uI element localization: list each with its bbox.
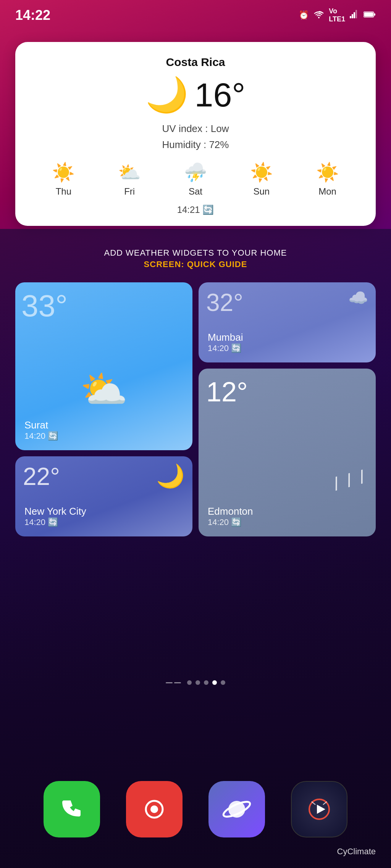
weather-icon: 🌙 (145, 75, 188, 115)
forecast-thu-day: Thu (56, 186, 71, 197)
humidity: Humidity : 72% (31, 137, 360, 153)
mumbai-cloud-icon: ☁️ (348, 288, 368, 307)
forecast-sun-icon: ☀️ (250, 162, 273, 183)
svg-marker-12 (317, 805, 325, 814)
weather-location: Costa Rica (31, 56, 360, 69)
forecast-fri-day: Fri (124, 186, 135, 197)
newyork-bg-temp: 22° (23, 462, 60, 491)
mumbai-time: 14:20 🔄 (208, 343, 243, 353)
mumbai-city: Mumbai (208, 332, 243, 343)
status-bar: 14:22 ⏰ VoLTE1 (0, 0, 391, 31)
forecast-sun-day: Sun (253, 186, 270, 197)
quick-guide-banner: ADD WEATHER WIDGETS TO YOUR HOME SCREEN:… (0, 244, 391, 273)
widget-newyork[interactable]: 22° 🌙 New York City 14:20 🔄 (15, 456, 192, 536)
forecast-sat: ⛈️ Sat (184, 162, 207, 197)
forecast-thu: ☀️ Thu (52, 162, 75, 197)
surat-time: 14:20 🔄 (24, 431, 58, 441)
newyork-moon-icon: 🌙 (156, 462, 185, 490)
status-icons: ⏰ VoLTE1 (299, 7, 376, 23)
widget-edmonton[interactable]: 12° / / / Edmonton 14:20 🔄 (199, 369, 376, 536)
weather-timestamp: 14:21 🔄 (31, 205, 360, 215)
wifi-icon (313, 10, 324, 21)
dock-video-app[interactable] (291, 781, 347, 837)
forecast-sat-day: Sat (189, 186, 202, 197)
svg-rect-3 (355, 10, 357, 18)
alarm-icon: ⏰ (299, 10, 309, 20)
svg-rect-2 (354, 12, 355, 18)
svg-point-8 (150, 805, 158, 813)
indicator-lines (166, 682, 181, 683)
weather-main: 🌙 16° (31, 75, 360, 115)
forecast-mon-day: Mon (318, 186, 336, 197)
edmonton-time: 14:20 🔄 (208, 517, 253, 527)
forecast-sun: ☀️ Sun (250, 162, 273, 197)
svg-rect-6 (364, 13, 373, 17)
status-time: 14:22 (15, 7, 50, 23)
forecast-mon: ☀️ Mon (316, 162, 339, 197)
widget-mumbai[interactable]: 32° ☁️ Mumbai 14:20 🔄 (199, 282, 376, 362)
weather-details: UV index : Low Humidity : 72% (31, 121, 360, 153)
forecast-thu-icon: ☀️ (52, 162, 75, 183)
banner-line1: ADD WEATHER WIDGETS TO YOUR HOME (0, 248, 391, 258)
svg-rect-0 (350, 16, 351, 18)
indicator-2[interactable] (196, 680, 200, 685)
main-weather-widget: Costa Rica 🌙 16° UV index : Low Humidity… (15, 42, 376, 226)
indicator-1[interactable] (187, 680, 192, 685)
svg-rect-1 (352, 14, 353, 18)
indicator-5[interactable] (221, 680, 225, 685)
edmonton-city: Edmonton (208, 506, 253, 517)
volte-icon: VoLTE1 (329, 7, 345, 23)
forecast-fri: ⛅ Fri (118, 162, 141, 197)
widget-surat[interactable]: 33° ⛅ Surat 14:20 🔄 (15, 282, 192, 450)
surat-icon: ⛅ (80, 367, 128, 412)
forecast-mon-icon: ☀️ (316, 162, 339, 183)
forecast-sat-icon: ⛈️ (184, 162, 207, 183)
rain-lines-icon: / / / (331, 466, 369, 495)
dock (0, 781, 391, 837)
dock-browser-app[interactable] (208, 781, 265, 837)
mumbai-bg-temp: 32° (206, 288, 243, 317)
forecast-fri-icon: ⛅ (118, 162, 141, 183)
page-indicators (0, 680, 391, 685)
dock-phone-app[interactable] (44, 781, 100, 837)
indicator-4[interactable] (212, 680, 217, 685)
newyork-time: 14:20 🔄 (24, 517, 86, 527)
svg-rect-5 (374, 13, 375, 16)
weather-temperature: 16° (194, 76, 245, 114)
indicator-3[interactable] (204, 680, 208, 685)
uv-index: UV index : Low (31, 121, 360, 137)
surat-bg-temp: 33° (21, 288, 68, 324)
watermark: CyClimate (337, 847, 376, 857)
surat-city: Surat (24, 419, 58, 431)
banner-line2: SCREEN: QUICK GUIDE (0, 259, 391, 269)
newyork-city: New York City (24, 506, 86, 517)
dock-screen-recorder-app[interactable] (126, 781, 183, 837)
signal-icon (350, 10, 359, 21)
battery-icon (364, 10, 376, 20)
forecast-row: ☀️ Thu ⛅ Fri ⛈️ Sat ☀️ Sun ☀️ Mon (31, 162, 360, 197)
edmonton-temp: 12° (206, 376, 248, 407)
